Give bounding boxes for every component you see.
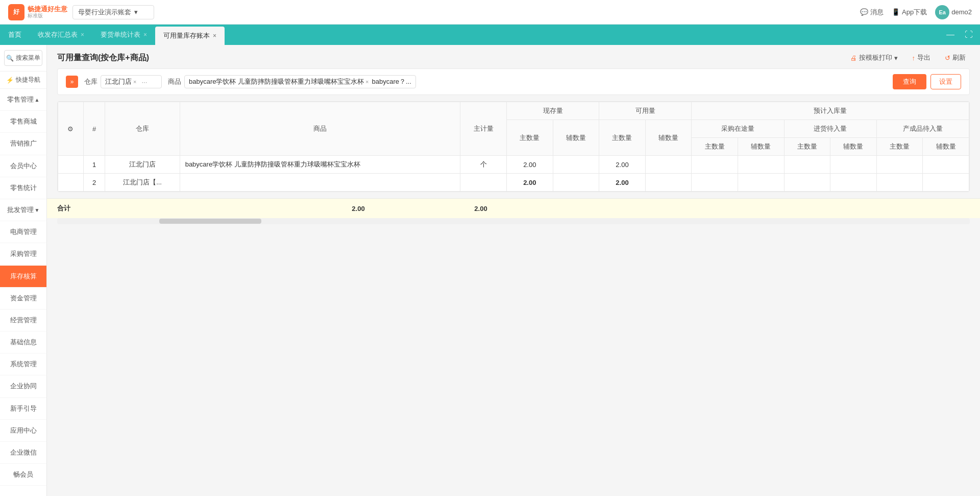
message-icon: 💬	[860, 8, 868, 16]
print-chevron-icon: ▾	[894, 54, 898, 62]
warehouse-value-field[interactable]: 江北门店 × ···	[101, 75, 162, 88]
th-available-main: 主数量	[599, 120, 646, 156]
main-layout: 🔍 搜索菜单 ⚡ 快捷导航 零售管理 ▲ 零售商城 营销推广 会员中心 零售统计	[0, 45, 980, 496]
sidebar-item-app-center[interactable]: 应用中心	[0, 420, 46, 442]
avatar-text: Ea	[939, 9, 946, 15]
horizontal-scrollbar[interactable]	[57, 218, 970, 224]
refresh-icon: ↺	[945, 54, 950, 62]
sidebar-item-member2-label: 畅会员	[13, 470, 33, 479]
user-area[interactable]: Ea demo2	[935, 5, 972, 19]
tab-receipts-close[interactable]: ×	[81, 31, 84, 38]
td-available-aux-1	[645, 156, 692, 174]
export-icon: ↑	[912, 54, 916, 62]
sidebar-item-purchase[interactable]: 采购管理	[0, 243, 46, 265]
export-button[interactable]: ↑ 导出	[908, 51, 935, 64]
search-menu-button[interactable]: 🔍 搜索菜单	[4, 50, 42, 66]
bottom-total-bar: 合计 2.00 2.00	[47, 198, 980, 218]
total-current-main: 2.00	[312, 205, 404, 212]
store-name: 母婴行业演示账套	[78, 8, 131, 17]
sidebar-item-member[interactable]: 会员中心	[0, 155, 46, 177]
sidebar-item-newbie-label: 新手引导	[10, 404, 37, 413]
sidebar-item-member2[interactable]: 畅会员	[0, 464, 46, 486]
logo-title: 畅捷通好生意	[28, 5, 67, 13]
app-download-button[interactable]: 📱 App下载	[892, 8, 927, 17]
product-tag-2-text: babycare？...	[372, 77, 411, 86]
message-label: 消息	[870, 8, 884, 17]
store-selector[interactable]: 母婴行业演示账套 ▾	[72, 5, 154, 19]
sidebar-item-marketing-label: 营销推广	[10, 139, 37, 148]
logo-area: 好 畅捷通好生意 标准版	[8, 4, 67, 20]
td-product-aux-2	[923, 174, 969, 192]
sidebar-item-ecommerce[interactable]: 电商管理	[0, 221, 46, 243]
warehouse-tag-text: 江北门店	[105, 77, 132, 86]
sidebar-item-basic[interactable]: 基础信息	[0, 332, 46, 353]
warehouse-tag-remove[interactable]: ×	[133, 79, 136, 85]
td-unit-2	[460, 174, 507, 192]
th-goods-pending-group: 进货待入量	[784, 120, 876, 138]
tab-home-label: 首页	[8, 30, 21, 39]
sidebar-item-retail[interactable]: 零售管理 ▲	[0, 89, 46, 111]
tab-home[interactable]: 首页	[0, 25, 30, 45]
tab-inventory-label: 可用量库存账本	[163, 31, 210, 40]
tab-inventory-close[interactable]: ×	[213, 32, 216, 39]
table-row: 1 江北门店 babycare学饮杯 儿童防摔防撞吸管杯重力球吸嘴杯宝宝水杯 个…	[58, 156, 969, 174]
message-button[interactable]: 💬 消息	[860, 8, 884, 17]
product-value-field[interactable]: babycare学饮杯 儿童防摔防撞吸管杯重力球吸嘴杯宝宝水杯 × babyca…	[184, 75, 416, 88]
td-index-1: 1	[83, 156, 105, 174]
td-available-main-1: 2.00	[599, 156, 646, 174]
sidebar-item-member-label: 会员中心	[10, 161, 37, 171]
tab-orders-close[interactable]: ×	[143, 31, 147, 38]
content-area: 可用量查询(按仓库+商品) 🖨 按模板打印 ▾ ↑ 导出 ↺ 刷新 »	[47, 45, 980, 496]
avatar: Ea	[935, 5, 949, 19]
sidebar-item-newbie[interactable]: 新手引导	[0, 398, 46, 420]
tab-inventory[interactable]: 可用量库存账本 ×	[155, 27, 225, 45]
th-current-aux: 辅数量	[553, 120, 599, 156]
tab-orders[interactable]: 要货单统计表 ×	[92, 25, 155, 45]
tab-minimize-button[interactable]: —	[943, 28, 958, 41]
th-product-pending-aux: 辅数量	[923, 138, 969, 156]
sidebar-item-retail-stats[interactable]: 零售统计	[0, 177, 46, 199]
sidebar-section: 零售管理 ▲ 零售商城 营销推广 会员中心 零售统计 批发管理 ▼ 电商管理	[0, 89, 46, 486]
sidebar-item-wechat[interactable]: 企业微信	[0, 442, 46, 464]
logo-sub: 标准版	[28, 13, 67, 19]
setting-button[interactable]: 设置	[930, 74, 961, 89]
tab-receipts[interactable]: 收发存汇总表 ×	[30, 25, 92, 45]
quick-nav-button[interactable]: ⚡ 快捷导航	[0, 72, 46, 89]
refresh-button[interactable]: ↺ 刷新	[941, 51, 970, 64]
quick-nav-label: 快捷导航	[16, 76, 40, 84]
td-product-2	[180, 174, 460, 192]
sidebar-item-enterprise[interactable]: 企业协同	[0, 375, 46, 397]
dropdown-icon: ▾	[134, 8, 138, 16]
td-current-main-1: 2.00	[507, 156, 553, 174]
product-tag-2: babycare？...	[372, 77, 411, 86]
sidebar-item-retail-mall[interactable]: 零售商城	[0, 111, 46, 133]
sidebar-item-ecommerce-label: 电商管理	[10, 227, 37, 237]
th-expected-inbound-group: 预计入库量	[692, 102, 969, 120]
td-warehouse-2: 江北门店【...	[105, 174, 180, 192]
scrollbar-thumb[interactable]	[159, 219, 261, 224]
filter-expand-button[interactable]: »	[66, 76, 78, 88]
logo-text-area: 畅捷通好生意 标准版	[28, 5, 67, 19]
sidebar-item-finance[interactable]: 资金管理	[0, 288, 46, 310]
user-name: demo2	[951, 8, 972, 16]
td-available-aux-2	[645, 174, 692, 192]
td-product-1: babycare学饮杯 儿童防摔防撞吸管杯重力球吸嘴杯宝宝水杯	[180, 156, 460, 174]
th-settings[interactable]: ⚙	[58, 102, 84, 156]
refresh-label: 刷新	[952, 53, 966, 62]
sidebar-item-system[interactable]: 系统管理	[0, 353, 46, 375]
download-icon: 📱	[892, 8, 900, 16]
print-button[interactable]: 🖨 按模板打印 ▾	[846, 51, 902, 64]
sidebar-item-inventory[interactable]: 库存核算	[0, 266, 46, 288]
search-icon: 🔍	[6, 55, 14, 62]
sidebar-item-operations[interactable]: 经营管理	[0, 310, 46, 332]
product-tag-1-remove[interactable]: ×	[365, 79, 369, 85]
sidebar-item-retail-stats-label: 零售统计	[10, 183, 37, 193]
sidebar-item-marketing[interactable]: 营销推广	[0, 133, 46, 155]
nav-icon: ⚡	[6, 77, 14, 84]
search-menu-label: 搜索菜单	[16, 54, 40, 62]
tab-maximize-button[interactable]: ⛶	[962, 28, 976, 41]
query-button[interactable]: 查询	[893, 74, 926, 89]
total-available-main: 2.00	[435, 205, 527, 212]
sidebar-item-wholesale[interactable]: 批发管理 ▼	[0, 199, 46, 221]
td-settings-2	[58, 174, 84, 192]
